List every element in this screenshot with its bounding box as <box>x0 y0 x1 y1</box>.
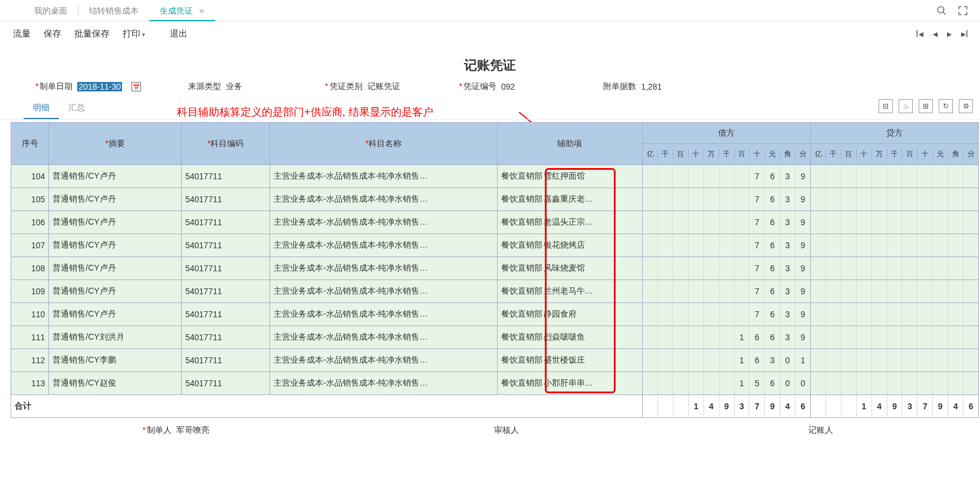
aux-dept: 餐饮直销部 <box>501 194 542 203</box>
top-tabs: 我的桌面 结转销售成本 生成凭证 ✕ <box>0 0 980 21</box>
aux-customer: 小郡肝串串… <box>544 378 593 387</box>
voucher-table: 序号 摘要 科目编码 科目名称 辅助项 借方 贷方 亿千百十万千百十元角分 亿千… <box>11 122 979 418</box>
close-icon[interactable]: ✕ <box>199 7 205 15</box>
total-credit: 14937946 <box>811 395 979 418</box>
fullscreen-icon[interactable] <box>958 5 968 16</box>
maker-value: 军哥嘹亮 <box>176 425 209 436</box>
aux-dept: 餐饮直销部 <box>501 217 542 226</box>
table-row[interactable]: 110普通销售/CY卢丹54017711主营业务成本-水品销售成本-纯净水销售…… <box>11 303 979 326</box>
sub-tab-icons: ⊟ ♨ ⊞ ↻ ⚙ <box>879 99 973 113</box>
search-icon[interactable] <box>936 5 947 16</box>
aux-dept: 餐饮直销部 <box>501 286 542 295</box>
voucher-table-wrap: 序号 摘要 科目编码 科目名称 辅助项 借方 贷方 亿千百十万千百十元角分 亿千… <box>11 122 979 418</box>
source-field: 来源类型 业务 <box>188 81 242 92</box>
page-title: 记账凭证 <box>0 46 980 81</box>
credit-digits-header: 亿千百十万千百十元角分 <box>811 144 979 165</box>
maker-label: 制单人 <box>142 425 171 436</box>
source-value: 业务 <box>226 81 242 92</box>
voucher-no-field: 凭证编号 092 <box>459 81 515 92</box>
batch-save-button[interactable]: 批量保存 <box>74 28 110 40</box>
calendar-icon[interactable]: 📅 <box>131 82 141 91</box>
tool-icon-2[interactable]: ♨ <box>899 99 913 113</box>
total-debit: 14937946 <box>643 395 811 418</box>
date-label: 制单日期 <box>35 81 73 92</box>
tab-voucher-label: 生成凭证 <box>160 6 193 15</box>
prev-icon[interactable]: ◂ <box>933 28 938 40</box>
tool-icon-5[interactable]: ⚙ <box>959 99 973 113</box>
date-value[interactable]: 2018-11-30 <box>77 82 122 91</box>
col-seq: 序号 <box>11 123 49 165</box>
table-row[interactable]: 113普通销售/CY赵俊54017711主营业务成本-水品销售成本-纯净水销售…… <box>11 372 979 395</box>
table-row[interactable]: 106普通销售/CY卢丹54017711主营业务成本-水品销售成本-纯净水销售…… <box>11 211 979 234</box>
table-row[interactable]: 107普通销售/CY卢丹54017711主营业务成本-水品销售成本-纯净水销售…… <box>11 234 979 257</box>
aux-dept: 餐饮直销部 <box>501 240 542 249</box>
attach-value[interactable]: 1,281 <box>641 82 662 91</box>
debit-digits-header: 亿千百十万千百十元角分 <box>643 144 811 165</box>
col-credit: 贷方 <box>811 123 979 144</box>
col-code: 科目编码 <box>182 123 270 165</box>
aux-dept: 餐饮直销部 <box>501 171 542 180</box>
tab-desktop[interactable]: 我的桌面 <box>24 0 78 21</box>
booker-label: 记账人 <box>808 425 833 436</box>
table-row[interactable]: 105普通销售/CY卢丹54017711主营业务成本-水品销售成本-纯净水销售…… <box>11 188 979 211</box>
first-icon[interactable]: I◂ <box>916 28 923 40</box>
aux-customer: 兰州老马牛… <box>544 286 593 295</box>
exit-button[interactable]: 退出 <box>170 28 188 40</box>
toolbar-nav: I◂ ◂ ▸ ▸I <box>916 28 968 40</box>
voucher-no-label: 凭证编号 <box>459 81 496 92</box>
flow-button[interactable]: 流量 <box>13 28 31 40</box>
voucher-type-value[interactable]: 记账凭证 <box>367 81 400 92</box>
tool-icon-4[interactable]: ↻ <box>939 99 953 113</box>
table-row[interactable]: 104普通销售/CY卢丹54017711主营业务成本-水品销售成本-纯净水销售…… <box>11 165 979 188</box>
col-debit: 借方 <box>643 123 811 144</box>
svg-line-1 <box>943 12 946 15</box>
aux-customer: 风味烧麦馆 <box>544 263 585 272</box>
booker-field: 记账人 <box>808 425 838 436</box>
maker-field: 制单人 军哥嘹亮 <box>142 425 209 436</box>
voucher-type-field: 凭证类别 记账凭证 <box>325 81 400 92</box>
aux-dept: 餐饮直销部 <box>501 355 542 364</box>
aux-customer: 银花烧烤店 <box>544 240 585 249</box>
source-label: 来源类型 <box>188 81 221 92</box>
col-name: 科目名称 <box>270 123 498 165</box>
table-row[interactable]: 109普通销售/CY卢丹54017711主营业务成本-水品销售成本-纯净水销售…… <box>11 280 979 303</box>
col-aux: 辅助项 <box>497 123 642 165</box>
aux-dept: 餐饮直销部 <box>501 263 542 272</box>
table-row[interactable]: 111普通销售/CY刘洪月54017711主营业务成本-水品销售成本-纯净水销售… <box>11 326 979 349</box>
footer: 制单人 军哥嘹亮 审核人 记账人 <box>0 418 980 443</box>
tool-icon-1[interactable]: ⊟ <box>879 99 893 113</box>
voucher-type-label: 凭证类别 <box>325 81 362 92</box>
next-icon[interactable]: ▸ <box>947 28 952 40</box>
table-body: 104普通销售/CY卢丹54017711主营业务成本-水品销售成本-纯净水销售…… <box>11 165 979 418</box>
last-icon[interactable]: ▸I <box>961 28 968 40</box>
tab-cost[interactable]: 结转销售成本 <box>78 0 149 21</box>
attach-label: 附单据数 <box>603 81 636 92</box>
aux-dept: 餐饮直销部 <box>501 332 542 341</box>
date-field: 制单日期 2018-11-30 📅 <box>35 81 141 92</box>
svg-point-0 <box>938 6 944 13</box>
aux-customer: 嘉鑫重庆老… <box>544 194 593 203</box>
table-head: 序号 摘要 科目编码 科目名称 辅助项 借方 贷方 亿千百十万千百十元角分 亿千… <box>11 123 979 165</box>
top-right-icons <box>936 0 968 21</box>
total-row: 合计1493794614937946 <box>11 395 979 418</box>
voucher-no-value[interactable]: 092 <box>501 82 515 91</box>
save-button[interactable]: 保存 <box>44 28 61 40</box>
aux-customer: 雪红押面馆 <box>544 171 585 180</box>
tool-icon-3[interactable]: ⊞ <box>919 99 933 113</box>
aux-customer: 静园食府 <box>544 309 577 318</box>
aux-dept: 餐饮直销部 <box>501 378 542 387</box>
total-label: 合计 <box>11 395 643 418</box>
col-summary: 摘要 <box>49 123 182 165</box>
print-button[interactable]: 打印 <box>123 28 145 40</box>
table-row[interactable]: 108普通销售/CY卢丹54017711主营业务成本-水品销售成本-纯净水销售…… <box>11 257 979 280</box>
aux-dept: 餐饮直销部 <box>501 309 542 318</box>
aux-customer: 烈焱啵啵鱼 <box>544 332 585 341</box>
tab-summary[interactable]: 汇总 <box>59 98 94 119</box>
tab-detail[interactable]: 明细 <box>24 98 59 119</box>
tab-voucher[interactable]: 生成凭证 ✕ <box>149 0 215 21</box>
aux-customer: 老温头正宗… <box>544 217 593 226</box>
auditor-label: 审核人 <box>494 425 519 436</box>
attach-field: 附单据数 1,281 <box>603 81 662 92</box>
aux-customer: 盛世楼饭庄 <box>544 355 585 364</box>
table-row[interactable]: 112普通销售/CY李鹏54017711主营业务成本-水品销售成本-纯净水销售…… <box>11 349 979 372</box>
